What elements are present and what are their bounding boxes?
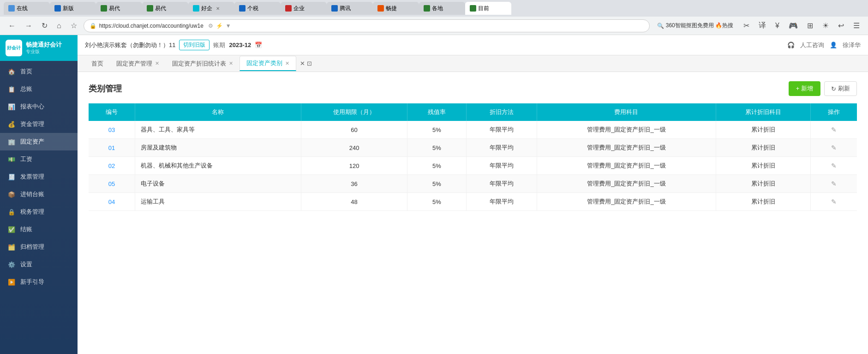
page-title: 类别管理 [89,83,122,94]
scissors-button[interactable]: ✂ [741,19,752,32]
cell-action[interactable]: ✎ [811,193,857,211]
tab-home[interactable]: 首页 [85,57,110,71]
content-area: 类别管理 + 新增 ↻ 刷新 编号 名称 使用期限（月） 残值率 [78,72,868,354]
search-bar[interactable]: 🔍 360智能抠图免费用 🔥热搜 [653,22,737,30]
switch-btn[interactable]: 切到旧版 [179,40,210,50]
add-btn[interactable]: + 新增 [789,81,820,96]
sidebar-item-fixed-assets[interactable]: 🏢 固定资产 [0,133,78,150]
tax-icon: 🔒 [7,208,16,216]
logo-text-container: 畅捷通好会计 专业版 [26,41,62,55]
browser-tab-8[interactable]: 腾讯 [327,2,373,15]
period-value: 2023-12 [229,42,251,48]
edit-icon[interactable]: ✎ [831,198,837,205]
refresh-btn[interactable]: ↻ 刷新 [824,81,857,96]
edit-icon[interactable]: ✎ [831,144,837,151]
cell-action[interactable]: ✎ [811,139,857,157]
tab-fixed-asset-depreciation-close[interactable]: ✕ [229,60,233,66]
browser-tab-7[interactable]: 企业 [281,2,327,15]
bookmark-button[interactable]: ☆ [68,19,80,32]
cell-expense: 管理费用_固定资产折旧_一级 [537,193,716,211]
period-label: 账期 [213,41,225,49]
tab-fixed-asset-mgmt[interactable]: 固定资产管理 ✕ [110,57,166,71]
cell-accumulated: 累计折旧 [716,175,811,193]
cell-residual: 5% [407,193,466,211]
reload-button[interactable]: ↻ [39,19,50,32]
game-button[interactable]: 🎮 [786,19,801,32]
sidebar-item-funds[interactable]: 💰 资金管理 [0,115,78,133]
sidebar: 好会计 畅捷通好会计 专业版 🏠 首页 📋 总账 📊 报表中心 💰 资金管理 [0,35,78,354]
sidebar-item-closing[interactable]: ✅ 结账 [0,221,78,238]
browser-tab-11[interactable]: 目前 [465,2,511,15]
sidebar-item-guide[interactable]: ▶️ 新手引导 [0,273,78,291]
table-row: 01 房屋及建筑物 240 5% 年限平均 管理费用_固定资产折旧_一级 累计折… [89,139,857,157]
table-row: 05 电子设备 36 5% 年限平均 管理费用_固定资产折旧_一级 累计折旧 ✎ [89,175,857,193]
tab-fixed-asset-category[interactable]: 固定资产类别 ✕ [239,56,296,71]
browser-tab-2[interactable]: 新版 [50,2,96,15]
sidebar-item-invoices[interactable]: 🧾 发票管理 [0,168,78,186]
cell-name: 运输工具 [135,193,301,211]
browser-toolbar: ← → ↻ ⌂ ☆ 🔒 https://cloud.chanjet.com/ac… [0,17,868,35]
page-tab-bar: 首页 固定资产管理 ✕ 固定资产折旧统计表 ✕ 固定资产类别 ✕ ✕ ⊡ [78,55,868,72]
logo-subtitle: 专业版 [26,48,62,55]
help-btn[interactable]: 人工咨询 [800,41,824,49]
sidebar-item-settings[interactable]: ⚙️ 设置 [0,256,78,273]
sidebar-item-inventory[interactable]: 📦 进销台账 [0,186,78,203]
grid-button[interactable]: ⊞ [804,19,816,32]
browser-tab-6[interactable]: 个税 [234,2,281,15]
close-window-icon[interactable]: ✕ [300,60,305,67]
sidebar-item-home[interactable]: 🏠 首页 [0,63,78,80]
sidebar-item-archive[interactable]: 🗂️ 归档管理 [0,238,78,256]
maximize-window-icon[interactable]: ⊡ [307,60,312,67]
tab-fixed-asset-category-close[interactable]: ✕ [285,60,289,66]
funds-icon: 💰 [7,120,16,128]
browser-tab-4[interactable]: 易代 [142,2,188,15]
cell-action[interactable]: ✎ [811,175,857,193]
home-button[interactable]: ⌂ [54,20,64,32]
top-bar: 刘小艳演示账套（勿删勿动！）11 切到旧版 账期 2023-12 📅 🎧 人工咨… [78,35,868,55]
back-button[interactable]: ← [6,20,18,32]
translate-button[interactable]: 译 [756,19,769,32]
archive-icon: 🗂️ [7,243,16,251]
cell-period: 48 [301,193,407,211]
sidebar-item-tax[interactable]: 🔒 税务管理 [0,203,78,221]
col-period: 使用期限（月） [301,103,407,121]
sidebar-logo: 好会计 畅捷通好会计 专业版 [0,35,78,61]
tab-fixed-asset-depreciation[interactable]: 固定资产折旧统计表 ✕ [166,57,239,71]
forward-button[interactable]: → [22,20,35,32]
cell-action[interactable]: ✎ [811,157,857,175]
browser-tab-10[interactable]: 各地 [419,2,465,15]
page-header: 类别管理 + 新增 ↻ 刷新 [89,81,857,96]
refresh-icon: ↻ [831,85,836,92]
sidebar-nav: 🏠 首页 📋 总账 📊 报表中心 💰 资金管理 🏢 固定资产 💵 工资 [0,61,78,354]
main-content: 刘小艳演示账套（勿删勿动！）11 切到旧版 账期 2023-12 📅 🎧 人工咨… [78,35,868,354]
cell-residual: 5% [407,121,466,139]
sun-button[interactable]: ☀ [820,19,832,32]
edit-icon[interactable]: ✎ [831,180,837,187]
cell-name: 房屋及建筑物 [135,139,301,157]
cell-accumulated: 累计折旧 [716,139,811,157]
address-bar[interactable]: 🔒 https://cloud.chanjet.com/accounting/u… [84,19,650,32]
browser-tab-5[interactable]: 好企 ✕ [188,2,234,15]
sidebar-item-reports[interactable]: 📊 报表中心 [0,98,78,115]
sidebar-item-salary[interactable]: 💵 工资 [0,150,78,168]
cell-accumulated: 累计折旧 [716,193,811,211]
ledger-icon: 📋 [7,85,16,93]
browser-tab-1[interactable]: 在线 [4,2,50,15]
wallet-button[interactable]: ¥ [772,20,782,32]
browser-tab-5-close[interactable]: ✕ [216,6,220,11]
cell-method: 年限平均 [466,121,537,139]
menu-button[interactable]: ☰ [850,19,862,32]
cell-action[interactable]: ✎ [811,121,857,139]
cell-period: 36 [301,175,407,193]
calendar-icon[interactable]: 📅 [255,42,262,48]
edit-icon[interactable]: ✎ [831,162,837,169]
sidebar-item-ledger[interactable]: 📋 总账 [0,80,78,98]
tab-fixed-asset-mgmt-close[interactable]: ✕ [155,60,159,66]
edit-icon[interactable]: ✎ [831,126,837,133]
undo-button[interactable]: ↩ [835,19,847,32]
home-icon: 🏠 [7,67,16,76]
browser-tab-3[interactable]: 易代 [96,2,142,15]
browser-tab-9[interactable]: 畅捷 [373,2,419,15]
help-icon: 🎧 [787,42,795,48]
user-name: 徐泽华 [843,41,861,49]
